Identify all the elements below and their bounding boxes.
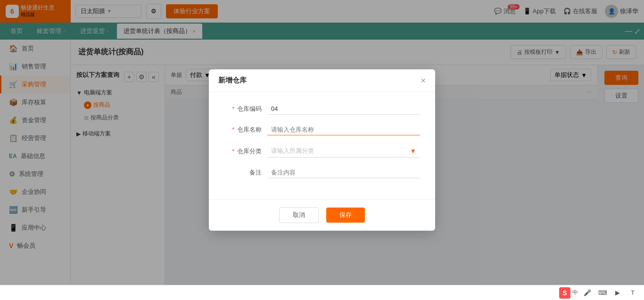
category-placeholder: 请输入所属分类: [271, 147, 314, 155]
warehouse-category-select[interactable]: 请输入所属分类 ▼: [267, 145, 420, 158]
form-row-remark: 备注: [224, 167, 420, 178]
bottom-bar: S 中 🎤 ⌨ ▶ T: [0, 285, 644, 300]
code-label: * 仓库编码: [224, 105, 262, 113]
required-mark-code: *: [232, 105, 234, 112]
warehouse-code-input[interactable]: [267, 103, 420, 115]
warehouse-remark-input[interactable]: [267, 167, 420, 178]
category-dropdown-arrow: ▼: [410, 147, 416, 155]
warehouse-name-input[interactable]: [267, 124, 420, 135]
bottom-mic-icon[interactable]: 🎤: [582, 287, 593, 299]
bottom-play-icon[interactable]: ▶: [612, 287, 623, 299]
add-warehouse-modal: 新增仓库 × * 仓库编码 * 仓库名称: [209, 69, 435, 231]
modal-body: * 仓库编码 * 仓库名称 * 仓库分类 请输入所属: [209, 92, 435, 199]
bottom-chinese-label: 中: [572, 289, 578, 297]
required-mark-name: *: [232, 126, 234, 133]
category-label: * 仓库分类: [224, 147, 262, 156]
modal-footer: 取消 保存: [209, 199, 435, 231]
form-row-category: * 仓库分类 请输入所属分类 ▼: [224, 145, 420, 158]
name-label: * 仓库名称: [224, 125, 262, 134]
modal-header: 新增仓库 ×: [209, 69, 435, 92]
form-row-code: * 仓库编码: [224, 103, 420, 115]
required-mark-category: *: [232, 148, 234, 155]
modal-close-button[interactable]: ×: [421, 76, 426, 85]
remark-label: 备注: [224, 168, 262, 177]
cancel-button[interactable]: 取消: [279, 207, 319, 223]
form-row-name: * 仓库名称: [224, 124, 420, 135]
modal-overlay: 新增仓库 × * 仓库编码 * 仓库名称: [0, 0, 644, 300]
save-button[interactable]: 保存: [326, 208, 365, 223]
bottom-brand: S 中: [559, 287, 578, 299]
modal-title: 新增仓库: [218, 76, 247, 85]
s-logo: S: [559, 287, 570, 299]
bottom-keyboard-icon[interactable]: ⌨: [597, 287, 608, 299]
bottom-text-icon[interactable]: T: [627, 287, 638, 299]
